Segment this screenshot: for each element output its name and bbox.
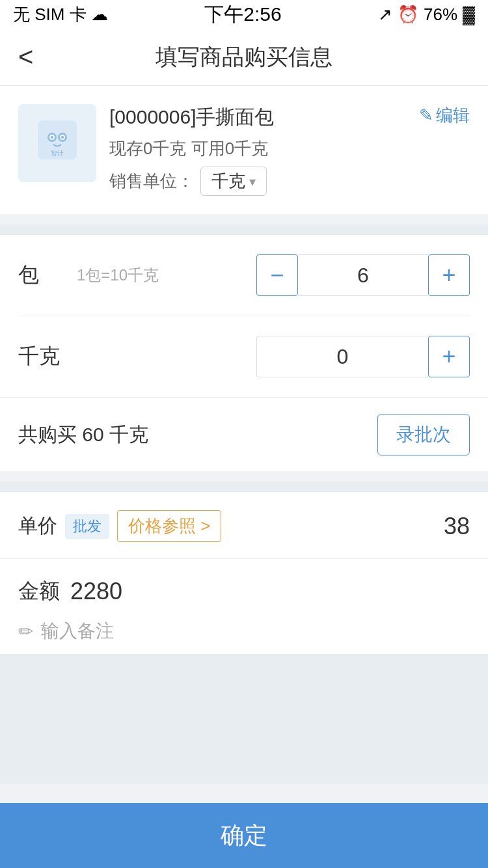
record-batch-button[interactable]: 录批次 xyxy=(377,414,470,455)
battery-icon: ▓ xyxy=(463,5,475,25)
status-time: 下午2:56 xyxy=(204,1,281,28)
product-stock: 现存0千克 可用0千克 xyxy=(109,137,470,160)
product-thumbnail: 智计 xyxy=(18,104,96,182)
price-label-area: 单价 批发 价格参照 > xyxy=(18,510,221,542)
remark-row[interactable]: ✏ 输入备注 xyxy=(18,619,470,644)
price-section: 单价 批发 价格参照 > 38 xyxy=(0,492,488,558)
price-row: 单价 批发 价格参照 > 38 xyxy=(18,510,470,542)
package-input-section: 包 1包=10千克 − + 千克 + xyxy=(0,235,488,397)
product-info: [0000006]手撕面包 ✎ 编辑 现存0千克 可用0千克 销售单位： 千克 … xyxy=(109,104,470,196)
package-controls: − + xyxy=(256,254,470,296)
back-button[interactable]: < xyxy=(18,42,33,72)
unit-selector[interactable]: 千克 ▾ xyxy=(200,167,267,196)
svg-text:智计: 智计 xyxy=(51,150,64,157)
chevron-down-icon: ▾ xyxy=(249,174,256,189)
kg-plus-button[interactable]: + xyxy=(428,336,470,377)
product-card: 智计 [0000006]手撕面包 ✎ 编辑 现存0千克 可用0千克 销售单位： … xyxy=(0,86,488,214)
package-row: 包 1包=10千克 − + xyxy=(18,235,470,316)
status-bar: 无 SIM 卡 ☁ 下午2:56 ↗ ⏰ 76% ▓ xyxy=(0,0,488,29)
bottom-spacer xyxy=(0,654,488,784)
status-left: 无 SIM 卡 ☁ xyxy=(13,3,108,26)
amount-section: 金额 2280 ✏ 输入备注 xyxy=(0,559,488,654)
nav-bar: < 填写商品购买信息 xyxy=(0,29,488,86)
section-divider-1 xyxy=(0,224,488,235)
location-icon: ↗ xyxy=(378,5,392,25)
price-reference-button[interactable]: 价格参照 > xyxy=(117,510,221,542)
kg-label: 千克 xyxy=(18,342,70,371)
svg-point-6 xyxy=(61,136,64,139)
summary-text: 共购买 60 千克 xyxy=(18,422,148,448)
amount-label: 金额 xyxy=(18,577,60,606)
edit-label: 编辑 xyxy=(436,104,470,127)
price-value: 38 xyxy=(444,513,470,540)
kg-controls: + xyxy=(256,336,470,377)
price-label: 单价 xyxy=(18,513,57,539)
package-plus-button[interactable]: + xyxy=(428,254,470,296)
unit-label: 销售单位： xyxy=(109,170,194,193)
status-right: ↗ ⏰ 76% ▓ xyxy=(378,5,475,25)
svg-point-5 xyxy=(51,136,53,139)
amount-row: 金额 2280 xyxy=(18,577,470,606)
edit-icon: ✎ xyxy=(419,105,433,126)
unit-value: 千克 xyxy=(211,170,245,193)
amount-value: 2280 xyxy=(70,578,122,605)
package-sublabel: 1包=10千克 xyxy=(77,265,159,286)
product-name: [0000006]手撕面包 xyxy=(109,104,274,131)
pencil-icon: ✏ xyxy=(18,621,33,642)
kg-row: 千克 + xyxy=(18,316,470,397)
remark-placeholder[interactable]: 输入备注 xyxy=(41,619,114,644)
product-thumb-icon: 智计 xyxy=(38,120,77,167)
package-label: 包 xyxy=(18,261,70,290)
confirm-button[interactable]: 确定 xyxy=(0,803,488,868)
alarm-icon: ⏰ xyxy=(398,5,418,25)
page-title: 填写商品购买信息 xyxy=(156,42,332,72)
battery-text: 76% xyxy=(424,5,457,25)
price-tag: 批发 xyxy=(65,514,109,539)
package-quantity-input[interactable] xyxy=(298,254,428,296)
package-minus-button[interactable]: − xyxy=(256,254,298,296)
summary-section: 共购买 60 千克 录批次 xyxy=(0,398,488,471)
kg-quantity-input[interactable] xyxy=(256,336,428,377)
edit-button[interactable]: ✎ 编辑 xyxy=(419,104,470,127)
section-divider-2 xyxy=(0,481,488,492)
